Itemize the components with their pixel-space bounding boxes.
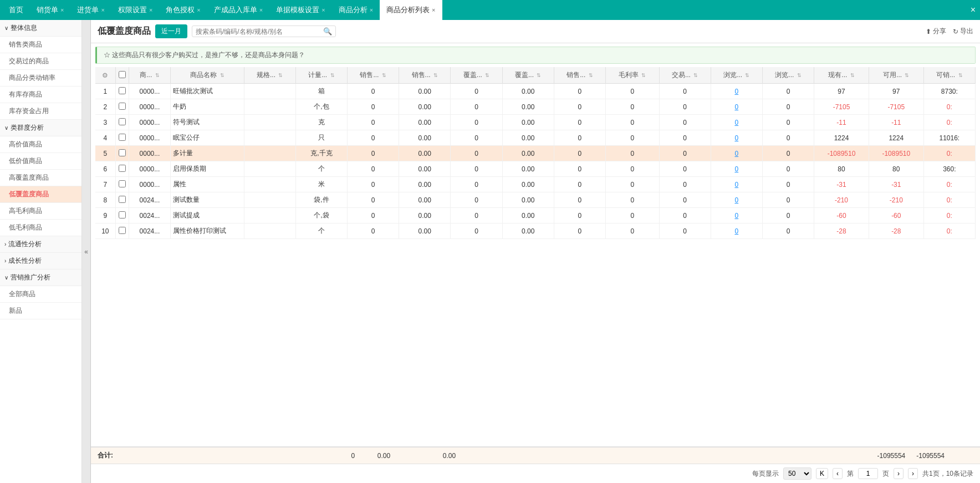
sidebar-item-high-margin[interactable]: 高毛利商品 [0,203,81,220]
row-checkbox-input[interactable] [119,134,126,141]
row-browse1[interactable]: 0 [711,115,762,130]
column-header-coverage2[interactable]: 覆盖... ⇅ [502,67,554,84]
row-browse1[interactable]: 0 [711,192,762,208]
row-checkbox[interactable] [115,192,129,208]
sidebar-section-marketing[interactable]: ∨ 营销推广分析 [0,270,81,286]
row-checkbox[interactable] [115,130,129,146]
close-tab-template[interactable]: × [321,7,325,13]
current-page-input[interactable] [858,468,878,479]
row-browse1[interactable]: 0 [711,84,762,99]
row-checkbox[interactable] [115,208,129,223]
row-saleable: 0: [923,115,975,130]
row-checkbox-input[interactable] [119,227,126,234]
sidebar-item-category-turnover[interactable]: 商品分类动销率 [0,70,81,87]
header-checkbox[interactable] [119,71,126,78]
sidebar-section-growth[interactable]: › 成长性分析 [0,253,81,270]
column-header-transaction[interactable]: 交易... ⇅ [659,67,711,84]
sidebar-collapse-button[interactable]: « [82,20,91,483]
nav-tab-purchase[interactable]: 进货单 × [70,0,111,20]
sidebar-item-all-goods[interactable]: 全部商品 [0,286,81,303]
close-tab-roles[interactable]: × [197,7,200,13]
close-tab-permissions[interactable]: × [149,7,152,13]
nav-tab-roles[interactable]: 角色授权 × [159,0,207,20]
sidebar-section-category[interactable]: ∨ 类群度分析 [0,120,81,136]
row-checkbox[interactable] [115,115,129,130]
select-all-checkbox[interactable] [115,67,129,84]
row-checkbox-input[interactable] [119,149,126,156]
next-page-button[interactable]: › [894,468,904,479]
prev-page-button[interactable]: ‹ [833,468,843,479]
column-header-code[interactable]: 商... ⇅ [129,67,171,84]
column-header-sales-amount[interactable]: 销售... ⇅ [399,67,451,84]
row-checkbox[interactable] [115,146,129,161]
column-header-sales-qty[interactable]: 销售... ⇅ [347,67,399,84]
per-page-select[interactable]: 50 100 200 [783,467,811,480]
table-row: 90024...测试提成个,袋00.0000.0000000-60-600: [95,208,976,223]
row-browse1[interactable]: 0 [711,161,762,177]
sidebar-item-stock-capital[interactable]: 库存资金占用 [0,103,81,120]
sidebar-item-low-margin[interactable]: 低毛利商品 [0,220,81,236]
row-browse1[interactable]: 0 [711,99,762,115]
nav-tab-template[interactable]: 单据模板设置 × [269,0,331,20]
close-tab-purchase[interactable]: × [101,7,104,13]
close-tab-product-analysis-list[interactable]: × [432,7,435,13]
column-settings-button[interactable]: ⚙ [95,67,115,84]
sidebar-item-in-stock[interactable]: 有库存商品 [0,87,81,103]
row-browse1[interactable]: 0 [711,130,762,146]
nav-tab-permissions[interactable]: 权限设置 × [111,0,159,20]
row-checkbox[interactable] [115,223,129,239]
sidebar-item-high-coverage[interactable]: 高覆盖度商品 [0,170,81,186]
row-checkbox-input[interactable] [119,87,126,94]
search-input[interactable] [196,28,323,35]
sidebar-section-flow[interactable]: › 流通性分析 [0,236,81,253]
row-checkbox-input[interactable] [119,196,126,203]
column-header-spec[interactable]: 规格... ⇅ [244,67,295,84]
last-page-button[interactable]: › [908,468,918,479]
nav-tab-finished-goods[interactable]: 产成品入库单 × [207,0,269,20]
row-checkbox[interactable] [115,161,129,177]
row-browse1[interactable]: 0 [711,208,762,223]
row-checkbox[interactable] [115,177,129,192]
export-button[interactable]: ↻ 导出 [953,27,973,36]
sidebar-item-low-coverage[interactable]: 低覆盖度商品 [0,186,81,203]
nav-tab-home[interactable]: 首页 [2,0,30,20]
nav-tab-product-analysis-list[interactable]: 商品分析列表 × [380,0,442,20]
row-num: 7 [95,177,115,192]
nav-tab-product-analysis[interactable]: 商品分析 × [332,0,380,20]
close-all-tabs-button[interactable]: × [971,5,976,15]
sidebar-item-high-value[interactable]: 高价值商品 [0,136,81,153]
sidebar-item-new-goods[interactable]: 新品 [0,303,81,319]
column-header-sales3[interactable]: 销售... ⇅ [554,67,605,84]
sidebar-item-sales-goods[interactable]: 销售类商品 [0,37,81,53]
sidebar-section-overall[interactable]: ∨ 整体信息 [0,20,81,37]
column-header-available[interactable]: 可用... ⇅ [869,67,923,84]
column-header-browse2[interactable]: 浏览... ⇅ [762,67,814,84]
nav-tab-sales[interactable]: 销货单 × [30,0,70,20]
row-checkbox-input[interactable] [119,165,126,172]
row-browse1[interactable]: 0 [711,223,762,239]
row-checkbox[interactable] [115,84,129,99]
row-browse1[interactable]: 0 [711,177,762,192]
close-tab-finished-goods[interactable]: × [259,7,263,13]
row-code: 0000... [129,84,171,99]
sidebar-item-traded-goods[interactable]: 交易过的商品 [0,53,81,70]
close-tab-product-analysis[interactable]: × [370,7,373,13]
sidebar-item-low-value[interactable]: 低价值商品 [0,153,81,170]
column-header-browse1[interactable]: 浏览... ⇅ [711,67,762,84]
column-header-saleable[interactable]: 可销... ⇅ [923,67,975,84]
filter-near-month-button[interactable]: 近一月 [155,24,187,38]
column-header-current-stock[interactable]: 现有... ⇅ [814,67,869,84]
column-header-coverage1[interactable]: 覆盖... ⇅ [451,67,502,84]
close-tab-sales[interactable]: × [60,7,64,13]
column-header-unit[interactable]: 计量... ⇅ [295,67,347,84]
column-header-name[interactable]: 商品名称 ⇅ [171,67,244,84]
row-checkbox-input[interactable] [119,118,126,125]
row-checkbox-input[interactable] [119,211,126,218]
column-header-gross-margin[interactable]: 毛利率 ⇅ [606,67,660,84]
row-checkbox-input[interactable] [119,103,126,110]
share-button[interactable]: ⬆ 分享 [926,27,946,36]
row-checkbox[interactable] [115,99,129,115]
first-page-button[interactable]: K [816,468,828,479]
row-browse1[interactable]: 0 [711,146,762,161]
row-checkbox-input[interactable] [119,180,126,187]
